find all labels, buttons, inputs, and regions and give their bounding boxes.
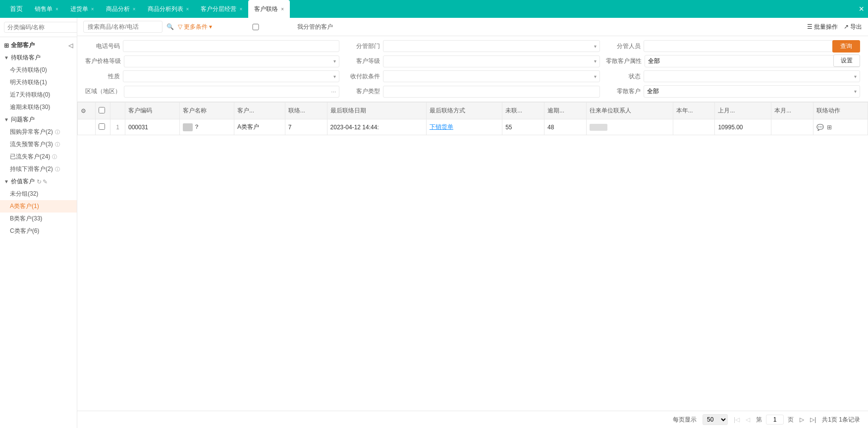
export-icon: ↗: [844, 23, 849, 30]
payment-arrow-icon: ▾: [594, 74, 597, 79]
nav-tab-analysis[interactable]: 商品分析 ×: [100, 0, 142, 18]
phone-input[interactable]: [123, 40, 339, 52]
th-index: [110, 103, 125, 119]
th-unit-contact: 往来单位联系人: [586, 103, 673, 119]
more-conditions-btn[interactable]: ▽ 更多条件 ▾: [178, 23, 212, 31]
th-last-date: 最后联络日期: [327, 103, 426, 119]
page-next-btn[interactable]: ▷: [798, 415, 806, 424]
close-purchase-tab[interactable]: ×: [91, 6, 94, 12]
action-more-icon[interactable]: ⊞: [827, 124, 832, 131]
sidebar-item-declining[interactable]: 持续下滑客户(2) ⓘ: [0, 163, 77, 175]
scattered-attr-select[interactable]: 全部 ▾: [645, 55, 860, 67]
per-page-label: 每页显示: [673, 416, 697, 424]
page-last-btn[interactable]: ▷|: [808, 415, 818, 424]
close-all-btn[interactable]: ×: [859, 4, 864, 14]
close-customer-contact-tab[interactable]: ×: [281, 6, 284, 12]
my-customers-checkbox[interactable]: [216, 24, 295, 30]
cell-action: 💬 ⊞: [813, 119, 868, 135]
nature-select[interactable]: ▾: [123, 70, 339, 82]
th-last-month: 上月...: [715, 103, 771, 119]
sidebar-item-ungroup[interactable]: 未分组(32): [0, 188, 77, 200]
group-pending-contact[interactable]: ▼ 待联络客户: [0, 52, 77, 64]
filter-payment: 收付款条件 ▾: [345, 70, 599, 82]
sidebar-collapse-btn[interactable]: ◁: [68, 42, 73, 49]
region-input[interactable]: ···: [124, 86, 339, 98]
nav-home[interactable]: 首页: [4, 0, 29, 18]
main-search-icon[interactable]: 🔍: [166, 23, 174, 30]
content-area: 🔍 ▽ 更多条件 ▾ 我分管的客户 ☰ 批量操作 ↗ 导出: [77, 18, 868, 428]
customer-type-input[interactable]: [383, 86, 599, 98]
sidebar-item-churned[interactable]: 已流失客户(24) ⓘ: [0, 151, 77, 163]
scattered-select[interactable]: 全部 ▾: [644, 85, 860, 98]
customer-level-select[interactable]: ▾: [383, 55, 599, 67]
sidebar-item-7days[interactable]: 近7天待联络(0): [0, 89, 77, 101]
batch-icon: ☰: [807, 23, 813, 30]
main-table: ⚙ 客户编码 客户名称 客户...: [77, 102, 868, 135]
close-analysis-tab[interactable]: ×: [133, 6, 136, 12]
setting-button[interactable]: 设置: [833, 54, 860, 67]
page-first-btn[interactable]: |◁: [732, 415, 742, 424]
sidebar-item-b-class[interactable]: B类客户(33): [0, 213, 77, 225]
chevron-down-icon: ▾: [209, 23, 212, 30]
sidebar-item-churn-warning[interactable]: 流失预警客户(3) ⓘ: [0, 138, 77, 151]
region-dots-icon: ···: [331, 88, 336, 95]
cell-checkbox[interactable]: [96, 119, 110, 135]
price-level-select[interactable]: ▾: [124, 55, 339, 67]
batch-op-btn[interactable]: ☰ 批量操作: [807, 23, 838, 31]
refresh-icon[interactable]: ↻: [37, 178, 42, 185]
row-checkbox[interactable]: [99, 123, 105, 130]
main-search-input[interactable]: [83, 21, 163, 33]
th-this-month: 本月...: [771, 103, 814, 119]
close-analysis-list-tab[interactable]: ×: [186, 6, 189, 12]
edit-icon[interactable]: ✎: [43, 178, 48, 185]
last-method-link[interactable]: 下销货单: [430, 123, 453, 130]
filter-status: 状态 ▾: [606, 70, 860, 82]
sidebar-item-tomorrow[interactable]: 明天待联络(1): [0, 76, 77, 89]
dept-arrow-icon: ▾: [594, 44, 597, 49]
nature-label: 性质: [85, 72, 120, 81]
group-value-customers[interactable]: ▼ 价值客户 ↻ ✎: [0, 175, 77, 188]
cell-this-month: [771, 119, 814, 135]
sidebar-search-input[interactable]: [4, 22, 77, 33]
nav-tab-customer-contact[interactable]: 客户联络 ×: [248, 0, 290, 18]
my-customers-checkbox-label[interactable]: 我分管的客户: [216, 23, 333, 31]
per-page-select[interactable]: 50 100 200: [703, 414, 728, 425]
action-chat-icon[interactable]: 💬: [816, 124, 824, 131]
sidebar-item-today[interactable]: 今天待联络(0): [0, 64, 77, 76]
select-all-checkbox[interactable]: [99, 107, 105, 113]
phone-label: 电话号码: [85, 42, 120, 51]
nav-tab-sales[interactable]: 销售单 ×: [29, 0, 64, 18]
nav-tab-customer-tier[interactable]: 客户分层经营 ×: [195, 0, 248, 18]
page-nav: |◁ ◁ 第 页 ▷ ▷|: [732, 415, 818, 425]
th-name: 客户名称: [180, 103, 234, 119]
close-sales-tab[interactable]: ×: [55, 6, 58, 12]
page-number-input[interactable]: [766, 415, 784, 425]
export-btn[interactable]: ↗ 导出: [844, 23, 862, 31]
manager-input[interactable]: ···: [644, 40, 860, 52]
cell-no-contact: 55: [502, 119, 544, 135]
cell-last-method[interactable]: 下销货单: [426, 119, 502, 135]
sidebar-item-a-class[interactable]: A类客户(1): [0, 200, 77, 213]
th-no-contact: 未联...: [502, 103, 544, 119]
group-problem-customers[interactable]: ▼ 问题客户: [0, 113, 77, 126]
info-icon-1: ⓘ: [55, 129, 60, 136]
sidebar-item-c-class[interactable]: C类客户(6): [0, 225, 77, 237]
scattered-arrow-icon: ▾: [854, 89, 857, 94]
settings-gear-icon[interactable]: ⚙: [81, 107, 86, 114]
info-icon-3: ⓘ: [52, 154, 57, 160]
sidebar-item-overdue[interactable]: 逾期未联络(30): [0, 101, 77, 113]
close-customer-tier-tab[interactable]: ×: [239, 6, 242, 12]
th-settings[interactable]: ⚙: [78, 103, 96, 119]
status-select[interactable]: ▾: [644, 70, 860, 82]
query-button[interactable]: 查询: [832, 40, 860, 53]
nav-tab-purchase[interactable]: 进货单 ×: [64, 0, 100, 18]
payment-select[interactable]: ▾: [383, 70, 599, 82]
sidebar-item-abnormal[interactable]: 囤购异常客户(2) ⓘ: [0, 126, 77, 138]
filter-phone: 电话号码: [85, 40, 339, 52]
dept-select[interactable]: ▾: [383, 40, 599, 52]
filter-bar: 🔍 ▽ 更多条件 ▾ 我分管的客户 ☰ 批量操作 ↗ 导出: [77, 18, 868, 36]
nav-tab-analysis-list[interactable]: 商品分析列表 ×: [142, 0, 195, 18]
filter-dept: 分管部门 ▾: [345, 40, 599, 52]
page-prev-btn[interactable]: ◁: [744, 415, 752, 424]
page-label: 第: [754, 415, 764, 425]
